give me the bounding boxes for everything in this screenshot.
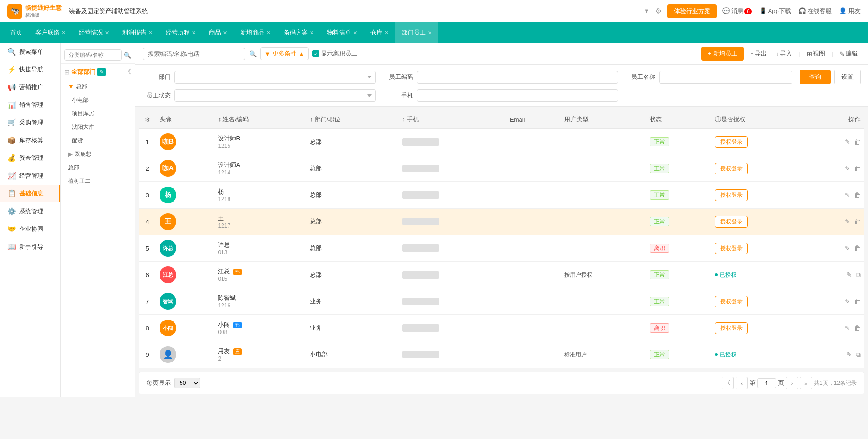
dept-tree-item-zhishu[interactable]: 植树王二 xyxy=(61,174,135,188)
next-page-btn[interactable]: » xyxy=(800,377,812,389)
nav-tab-new-goods[interactable]: 新增商品 ✕ xyxy=(234,22,277,43)
sidebar-item-guide[interactable]: 📖新手引导 xyxy=(0,238,60,256)
nav-tab-history[interactable]: 经营历程 ✕ xyxy=(159,22,202,43)
nav-tab-bom[interactable]: 物料清单 ✕ xyxy=(320,22,364,43)
filter-empname-input[interactable] xyxy=(659,71,792,84)
import-btn[interactable]: ↓ 导入 xyxy=(773,48,795,60)
nav-tab-customer[interactable]: 客户联络 ✕ xyxy=(29,22,72,43)
edit-icon[interactable]: ✎ xyxy=(845,165,850,172)
nav-tab-warehouse[interactable]: 仓库 ✕ xyxy=(364,22,395,43)
checkbox-icon: ✓ xyxy=(312,50,319,57)
dept-tree-item-shuanglu[interactable]: ▶双鹿想 xyxy=(61,147,135,161)
chevron-up-icon: ▲ xyxy=(299,50,305,57)
row-name: 江总 部 015 xyxy=(214,262,306,288)
auth-btn[interactable]: 授权登录 xyxy=(715,216,748,228)
sidebar-item-finance[interactable]: 💰资金管理 xyxy=(0,149,60,167)
show-former-check[interactable]: ✓ 显示离职员工 xyxy=(312,49,357,58)
filter-phone-input[interactable] xyxy=(417,89,618,102)
dept-edit-icon[interactable]: ✎ xyxy=(97,68,106,76)
dept-tree-item-zongbu2[interactable]: 总部 xyxy=(61,161,135,174)
delete-icon[interactable]: 🗑 xyxy=(854,298,861,305)
trial-btn[interactable]: 体验行业方案 xyxy=(667,4,717,18)
delete-icon[interactable]: 🗑 xyxy=(854,191,861,199)
edit-icon[interactable]: ✎ xyxy=(847,351,852,358)
dept-all-label[interactable]: 全部部门 xyxy=(71,68,96,76)
settings-icon[interactable]: ⚙ xyxy=(655,7,662,15)
copy-icon[interactable]: ⧉ xyxy=(856,351,861,359)
dept-tree-item-xiaodian[interactable]: 小电部 xyxy=(61,93,135,107)
more-filter-btn[interactable]: ▼ 更多条件 ▲ xyxy=(260,47,309,60)
auth-btn[interactable]: 授权登录 xyxy=(715,136,748,148)
set-btn[interactable]: 设置 xyxy=(834,70,861,84)
views-btn[interactable]: ⊞ 视图 xyxy=(804,48,828,60)
query-btn[interactable]: 查询 xyxy=(800,70,831,84)
nav-tab-home[interactable]: 首页 xyxy=(4,22,29,43)
sidebar-item-quicknav[interactable]: ⚡快捷导航 xyxy=(0,61,60,78)
prev-page-btn[interactable]: 《 xyxy=(722,377,734,389)
edit-icon[interactable]: ✎ xyxy=(845,324,850,332)
sidebar-item-purchase[interactable]: 🛒采购管理 xyxy=(0,114,60,132)
filter-empcode-input[interactable] xyxy=(417,71,618,84)
nav-tab-goods[interactable]: 商品 ✕ xyxy=(202,22,234,43)
auth-btn[interactable]: 授权登录 xyxy=(715,243,748,254)
auth-btn[interactable]: 授权登录 xyxy=(715,322,748,334)
copy-icon[interactable]: ⧉ xyxy=(856,271,861,279)
dept-tree-item-zongbu[interactable]: ▼总部 xyxy=(61,80,135,93)
sidebar-item-inventory[interactable]: 📦库存核算 xyxy=(0,132,60,149)
dept-tag: 部 xyxy=(233,269,242,275)
delete-icon[interactable]: 🗑 xyxy=(854,165,861,172)
prev-btn[interactable]: ‹ xyxy=(736,377,748,389)
edit-icon[interactable]: ✎ xyxy=(845,298,850,305)
edit-icon[interactable]: ✎ xyxy=(847,271,852,279)
auth-btn[interactable]: 授权登录 xyxy=(715,163,748,174)
page-input[interactable] xyxy=(757,378,776,388)
user-avatar[interactable]: 👤 用友 xyxy=(839,7,861,15)
dept-collapse-btn[interactable]: 《 xyxy=(125,68,131,76)
online-service-btn[interactable]: 🎧 在线客服 xyxy=(799,7,832,15)
edit-icon[interactable]: ✎ xyxy=(845,244,850,252)
edit-icon[interactable]: ✎ xyxy=(845,138,850,146)
edit-icon[interactable]: ✎ xyxy=(845,218,850,225)
dept-tree-item-xmkf[interactable]: 项目库房 xyxy=(61,107,135,120)
search-icon[interactable]: 🔍 xyxy=(249,50,257,57)
filter-dept-select[interactable] xyxy=(174,71,376,84)
table-row: 4 王 王1217 总部 正常 授权登录 ✎🗑 xyxy=(139,209,864,235)
dept-tree-item-shenyang[interactable]: 沈阳大库 xyxy=(61,120,135,134)
sidebar-item-coop[interactable]: 🤝企业协同 xyxy=(0,220,60,238)
nav-tab-barcode[interactable]: 条码方案 ✕ xyxy=(277,22,320,43)
nav-tab-employee[interactable]: 部门员工 ✕ xyxy=(395,22,438,43)
next-btn[interactable]: › xyxy=(786,377,798,389)
delete-icon[interactable]: 🗑 xyxy=(854,138,861,146)
dropdown-icon[interactable]: ▼ xyxy=(644,7,650,14)
delete-icon[interactable]: 🗑 xyxy=(854,218,861,225)
sidebar-item-basic[interactable]: 📋基础信息 xyxy=(0,185,60,202)
nav-tab-profit[interactable]: 利润报告 ✕ xyxy=(116,22,159,43)
sidebar-item-sales[interactable]: 📊销售管理 xyxy=(0,96,60,114)
dept-search-icon[interactable]: 🔍 xyxy=(124,52,131,59)
app-download-btn[interactable]: 📱 App下载 xyxy=(759,7,791,15)
dept-tree-item-peihuo[interactable]: 配货 xyxy=(61,134,135,147)
auth-btn[interactable]: 授权登录 xyxy=(715,296,748,307)
edit-btn[interactable]: ✎ 编辑 xyxy=(837,48,861,60)
per-page-select[interactable]: 50 100 xyxy=(174,378,200,388)
sidebar-item-business[interactable]: 📈经营管理 xyxy=(0,167,60,185)
nav-tab-business-status[interactable]: 经营情况 ✕ xyxy=(72,22,116,43)
export-btn[interactable]: ↑ 导出 xyxy=(748,48,770,60)
col-phone[interactable]: ↕ 手机 xyxy=(398,111,506,129)
delete-icon[interactable]: 🗑 xyxy=(854,324,861,332)
col-settings[interactable]: ⚙ xyxy=(139,111,156,129)
row-status: 正常 xyxy=(646,288,711,315)
auth-btn[interactable]: 授权登录 xyxy=(715,189,748,201)
edit-icon[interactable]: ✎ xyxy=(845,191,850,199)
delete-icon[interactable]: 🗑 xyxy=(854,244,861,252)
col-dept[interactable]: ↕ 部门/职位 xyxy=(306,111,398,129)
sidebar-item-search[interactable]: 🔍搜索菜单 xyxy=(0,43,60,61)
sidebar-item-marketing[interactable]: 📢营销推广 xyxy=(0,78,60,96)
dept-search-input[interactable] xyxy=(64,49,122,61)
msg-btn[interactable]: 💬 消息6 xyxy=(722,7,752,15)
add-employee-btn[interactable]: + 新增员工 xyxy=(701,47,744,61)
search-input[interactable] xyxy=(143,48,245,60)
filter-status-select[interactable] xyxy=(174,89,376,102)
col-name[interactable]: ↕ 姓名/编码 xyxy=(214,111,306,129)
sidebar-item-system[interactable]: ⚙️系统管理 xyxy=(0,202,60,220)
